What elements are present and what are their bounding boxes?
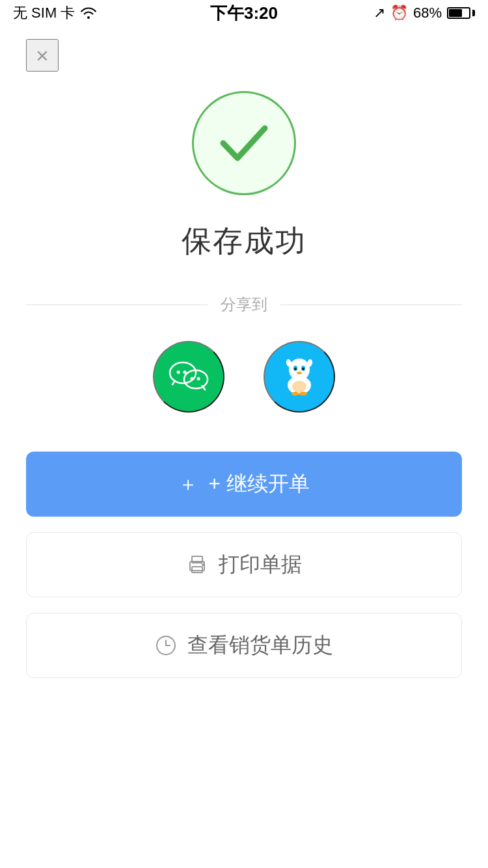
svg-point-2 — [177, 371, 180, 374]
continue-button[interactable]: ＋ + 继续开单 — [26, 452, 462, 517]
wifi-icon — [80, 7, 97, 20]
social-icons — [153, 341, 335, 413]
print-button[interactable]: 打印单据 — [26, 532, 462, 597]
main-content: × 保存成功 分享到 — [0, 26, 488, 704]
svg-point-9 — [294, 368, 297, 370]
divider-right — [280, 305, 462, 305]
wechat-icon — [169, 359, 209, 395]
close-icon: × — [36, 44, 49, 66]
success-title: 保存成功 — [182, 221, 306, 262]
qq-share-button[interactable] — [264, 341, 335, 413]
battery-percent: 68% — [413, 5, 442, 21]
alarm-icon: ⏰ — [390, 5, 408, 21]
action-buttons: ＋ + 继续开单 打印单据 查看销货单历 — [26, 452, 462, 678]
success-circle — [192, 91, 296, 195]
share-label: 分享到 — [221, 294, 267, 315]
svg-rect-20 — [192, 567, 202, 573]
battery-icon — [447, 7, 475, 19]
svg-point-4 — [191, 377, 194, 381]
svg-point-21 — [202, 563, 204, 566]
close-button[interactable]: × — [26, 39, 59, 72]
wechat-share-button[interactable] — [153, 341, 224, 413]
divider-left — [26, 305, 208, 305]
svg-point-17 — [299, 392, 307, 396]
printer-icon — [186, 555, 208, 575]
svg-point-10 — [302, 368, 305, 370]
continue-label: + 继续开单 — [208, 470, 310, 498]
svg-point-5 — [197, 377, 200, 381]
location-icon: ↗ — [373, 5, 385, 21]
qq-icon — [281, 357, 318, 397]
svg-point-11 — [297, 372, 302, 374]
history-icon — [155, 634, 177, 657]
svg-point-3 — [183, 371, 187, 374]
status-right: ↗ ⏰ 68% — [373, 5, 475, 21]
plus-icon: ＋ — [178, 471, 198, 498]
svg-point-16 — [291, 392, 299, 396]
print-label: 打印单据 — [219, 550, 302, 579]
status-bar: 无 SIM 卡 下午3:20 ↗ ⏰ 68% — [0, 0, 488, 26]
checkmark-icon — [218, 120, 270, 166]
history-button[interactable]: 查看销货单历史 — [26, 613, 462, 678]
history-label: 查看销货单历史 — [187, 631, 333, 660]
status-time: 下午3:20 — [210, 2, 278, 25]
svg-point-13 — [292, 381, 306, 392]
status-left: 无 SIM 卡 — [13, 3, 97, 23]
share-divider: 分享到 — [26, 294, 462, 315]
sim-text: 无 SIM 卡 — [13, 3, 75, 23]
